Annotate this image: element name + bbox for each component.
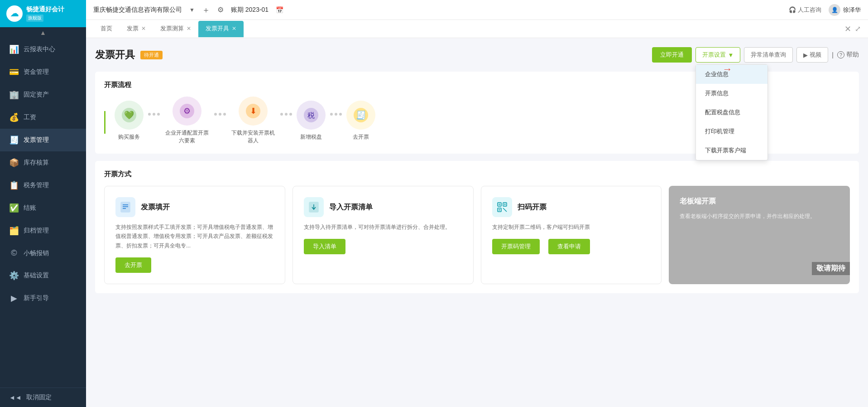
sidebar-item-label: 资金管理: [24, 68, 49, 76]
expand-icon[interactable]: ⤢: [855, 24, 861, 33]
import-desc: 支持导入待开票清单，可对待开票清单进行拆分、合并处理。: [304, 223, 462, 232]
method-header-scan: 扫码开票: [492, 197, 651, 217]
sidebar-item-zijin[interactable]: 💳 资金管理: [0, 61, 86, 83]
page-title: 发票开具: [95, 48, 135, 62]
sidebar-item-kucun[interactable]: 📦 库存核算: [0, 151, 86, 174]
connector-3: [276, 113, 297, 116]
invoice-icon: 🧾: [346, 101, 375, 130]
svg-text:税: 税: [307, 111, 315, 119]
fapiao-icon: 🧾: [9, 135, 19, 145]
logo-badge: 旗舰版: [26, 15, 43, 22]
settings-icon[interactable]: ⚙: [217, 5, 224, 14]
tab-cesuan-close[interactable]: ✕: [187, 25, 191, 32]
sidebar-item-shuiwu[interactable]: 📋 税务管理: [0, 174, 86, 197]
view-apply-button[interactable]: 查看申请: [548, 239, 590, 254]
method-section: 开票方式 发票填开 支持按照发票样式手工填开发票；可开具增值税电子普通发票、增值…: [95, 161, 859, 293]
dropdown-item-invoice-info[interactable]: 开票信息: [696, 84, 767, 103]
jiezhang-icon: ✅: [9, 203, 19, 213]
tab-fapiao-close[interactable]: ✕: [141, 25, 146, 32]
sidebar-item-fapiao[interactable]: 🧾 发票管理: [0, 129, 86, 151]
import-title: 导入开票清单: [329, 203, 373, 212]
dropdown-download-client-label: 下载开票客户端: [705, 147, 746, 154]
import-list-button[interactable]: 导入清单: [304, 239, 345, 254]
add-company-button[interactable]: ＋: [202, 5, 210, 15]
sidebar-item-label: 新手引导: [24, 294, 49, 302]
sidebar-item-yunbao[interactable]: 📊 云报表中心: [0, 38, 86, 61]
fill-title: 发票填开: [141, 203, 170, 212]
cancel-pin-label: 取消固定: [26, 393, 52, 402]
dropdown-item-printer[interactable]: 打印机管理: [696, 122, 767, 141]
fill-invoice-button[interactable]: 去开票: [115, 257, 151, 273]
topbar-right: 🎧 人工咨询 👤 徐泽华: [789, 4, 861, 16]
method-card-fill: 发票填开 支持按照发票样式手工填开发票；可开具增值税电子普通发票、增值税普通发票…: [104, 186, 285, 284]
svg-text:⚙: ⚙: [183, 107, 191, 116]
company-dropdown-icon[interactable]: ▼: [189, 7, 195, 13]
settings-dropdown-menu: 企业信息 开票信息 配置税盘信息 打印机管理: [695, 64, 768, 160]
sidebar-item-gongzi[interactable]: 💰 工资: [0, 106, 86, 129]
red-arrow-indicator: →: [722, 63, 732, 75]
exception-button-label: 异常清单查询: [751, 51, 786, 59]
sidebar-item-label: 税务管理: [24, 181, 49, 189]
settings-button-label: 开票设置: [702, 51, 726, 59]
tab-home[interactable]: 首页: [93, 21, 120, 37]
import-icon: [304, 197, 324, 217]
scan-title: 扫码开票: [518, 203, 547, 212]
calendar-icon[interactable]: 📅: [276, 6, 283, 14]
sidebar-item-guidang[interactable]: 🗂️ 归档管理: [0, 219, 86, 242]
avatar: 👤: [829, 4, 840, 16]
logo-main-text: 畅捷通好会计: [26, 5, 64, 14]
svg-text:💚: 💚: [124, 110, 134, 120]
svg-rect-18: [499, 204, 500, 205]
user-name: 徐泽华: [843, 6, 861, 14]
main-area: 重庆畅捷交通信息咨询有限公司 ▼ ＋ ⚙ 账期 2023-01 📅 🎧 人工咨询…: [86, 0, 868, 407]
tab-kaiju[interactable]: 发票开具 ✕: [198, 21, 244, 37]
tab-cesuan-label: 发票测算: [160, 24, 184, 33]
activate-button[interactable]: 立即开通: [652, 47, 692, 63]
sidebar-item-jichushezhi[interactable]: ⚙️ 基础设置: [0, 264, 86, 287]
tab-cesuan[interactable]: 发票测算 ✕: [153, 21, 198, 37]
sidebar-item-xinshouyindao[interactable]: ▶ 新手引导: [0, 287, 86, 310]
sidebar-item-label: 云报表中心: [24, 45, 55, 53]
download-label: 下载并安装开票机器人: [230, 129, 276, 145]
user-info[interactable]: 👤 徐泽华: [829, 4, 861, 16]
yunbao-icon: 📊: [9, 44, 19, 54]
kucun-icon: 📦: [9, 158, 19, 168]
buy-label: 购买服务: [118, 133, 140, 141]
svg-rect-10: [121, 202, 130, 212]
method-card-boss: 老板端开票 查看老板端小程序提交的开票申请，并作出相应的处理。 敬请期待: [669, 186, 850, 284]
divider: |: [832, 51, 834, 58]
sidebar-scroll-up[interactable]: ▲: [0, 27, 86, 38]
method-header-boss: 老板端开票: [680, 197, 839, 206]
sidebar-bottom: ◄◄ 取消固定: [0, 388, 86, 407]
buy-icon: 💚: [115, 101, 144, 130]
qr-manage-button[interactable]: 开票码管理: [492, 239, 540, 254]
exception-button[interactable]: 异常清单查询: [744, 47, 793, 63]
sidebar-cancel-pin[interactable]: ◄◄ 取消固定: [0, 388, 86, 407]
sidebar-item-jiezhang[interactable]: ✅ 结账: [0, 197, 86, 219]
sidebar-item-gudingzichan[interactable]: 🏢 固定资产: [0, 83, 86, 106]
sidebar-item-label: 归档管理: [24, 227, 49, 235]
content-area: 发票开具 待开通 立即开通 开票设置 ▼ 企业信息: [86, 38, 868, 407]
tab-fapiao[interactable]: 发票 ✕: [120, 21, 153, 37]
sidebar-item-xiaochangbaoxiao[interactable]: © 小畅报销: [0, 242, 86, 264]
svg-rect-19: [504, 204, 506, 205]
dropdown-item-tax-disk[interactable]: 配置税盘信息: [696, 103, 767, 122]
svg-text:⬇: ⬇: [250, 107, 257, 116]
video-button[interactable]: ▶ 视频: [796, 47, 828, 63]
dropdown-item-download-client[interactable]: 下载开票客户端: [696, 141, 767, 160]
tab-kaiju-close[interactable]: ✕: [232, 25, 236, 32]
settings-button[interactable]: 开票设置 ▼: [695, 47, 740, 63]
support-button[interactable]: 🎧 人工咨询: [789, 6, 821, 14]
add-disk-label: 新增税盘: [300, 133, 322, 141]
sidebar-item-label: 固定资产: [24, 91, 49, 99]
sidebar-item-label: 发票管理: [24, 136, 49, 144]
help-button[interactable]: ? 帮助: [837, 51, 859, 59]
tab-fapiao-label: 发票: [127, 24, 139, 33]
close-all-tabs-button[interactable]: ✕: [844, 24, 851, 34]
page-header: 发票开具 待开通 立即开通 开票设置 ▼ 企业信息: [95, 47, 859, 63]
logo-icon: ☁: [6, 5, 23, 22]
tabs-bar: 首页 发票 ✕ 发票测算 ✕ 发票开具 ✕ ✕ ⤢: [86, 20, 868, 38]
dropdown-invoice-info-label: 开票信息: [705, 90, 729, 97]
connector-4: [326, 113, 346, 116]
company-name: 重庆畅捷交通信息咨询有限公司: [93, 6, 182, 14]
